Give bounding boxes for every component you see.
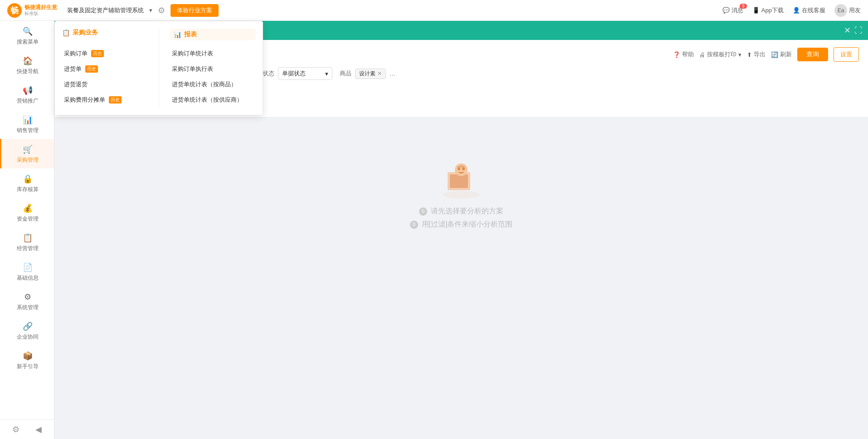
svg-point-5 — [462, 168, 465, 170]
user-button[interactable]: Ea 用友 — [834, 4, 861, 17]
dropdown-col-report: 📊 报表 采购订单统计表 采购订单执行表 进货单统计表（按商品） 进货单统计表（… — [170, 29, 256, 108]
settings-icon[interactable]: ⚙ — [158, 5, 165, 15]
empty-illustration — [434, 154, 488, 199]
print-dropdown-icon: ▾ — [738, 51, 741, 58]
chevron-down-icon: ▾ — [149, 7, 152, 14]
help-icon: ❓ — [673, 51, 680, 58]
sidebar-guide[interactable]: 📦 新手引导 — [0, 345, 54, 375]
sidebar-collab[interactable]: 🔗 企业协同 — [0, 316, 54, 345]
goods-more-icon[interactable]: ... — [390, 69, 395, 78]
guide-icon: 📦 — [23, 351, 33, 361]
tab-actions: ✕ ⛶ — [844, 25, 868, 35]
sidebar: 🔍 搜索菜单 🏠 快捷导航 📢 营销推广 📊 销售管理 🛒 采购管理 🔒 — [0, 21, 54, 439]
header-right: 💬 消息 9 📱 App下载 👤 在线客服 Ea 用友 — [722, 4, 861, 17]
goods-tag-close[interactable]: ✕ — [377, 70, 382, 77]
business-icon: 📋 — [23, 233, 33, 243]
online-service-button[interactable]: 👤 在线客服 — [793, 6, 825, 15]
logo-icon: 畅 — [7, 3, 22, 18]
dropdown-divider — [159, 29, 159, 108]
logo-title: 畅捷通好生意 — [24, 4, 57, 10]
purchase-order-stat-label: 采购订单统计表 — [172, 49, 213, 58]
inventory-icon: 🔒 — [23, 174, 33, 184]
finance-icon: 💰 — [23, 203, 33, 213]
sidebar-inventory[interactable]: 🔒 库存核算 — [0, 168, 54, 198]
sidebar-nav-item[interactable]: 🏠 快捷导航 — [0, 50, 54, 80]
status-select[interactable]: 单据状态 ▾ — [278, 67, 332, 80]
menu-incoming-by-supplier[interactable]: 进货单统计表（按供应商） — [170, 92, 256, 108]
svg-point-4 — [458, 168, 460, 170]
help-button[interactable]: ❓ 帮助 — [673, 50, 694, 59]
industry-button[interactable]: 体验行业方案 — [171, 4, 219, 17]
menu-purchase-order-stat[interactable]: 采购订单统计表 — [170, 46, 256, 61]
menu-incoming[interactable]: 进货单 历史 — [62, 61, 148, 77]
status-value: 单据状态 — [282, 69, 306, 78]
sidebar-business[interactable]: 📋 经营管理 — [0, 227, 54, 257]
export-icon: ⬆ — [747, 51, 752, 58]
sidebar-nav: 🔍 搜索菜单 🏠 快捷导航 📢 营销推广 📊 销售管理 🛒 采购管理 🔒 — [0, 21, 54, 375]
status-dropdown-icon: ▾ — [325, 70, 328, 77]
sidebar-item-label: 搜索菜单 — [17, 38, 39, 46]
goods-label: 商品 — [340, 69, 351, 78]
settings-button[interactable]: 设置 — [834, 47, 859, 62]
header-left: 畅 畅捷通好生意 标准版 装餐及固定资产辅助管理系统 ▾ ⚙ 体验行业方案 — [7, 3, 219, 18]
svg-rect-2 — [450, 174, 468, 188]
sidebar-collapse-icon[interactable]: ◀ — [35, 424, 42, 434]
sidebar-item-label: 经营管理 — [17, 245, 39, 252]
purchase-dropdown-menu: 📋 采购业务 采购订单 历史 进货单 历史 进货退货 采购费用分摊单 历史 📊 … — [54, 21, 263, 115]
export-button[interactable]: ⬆ 导出 — [747, 50, 766, 59]
incoming-label: 进货单 — [64, 65, 82, 73]
step-2-num: ② — [410, 221, 418, 229]
fullscreen-icon[interactable]: ⛶ — [854, 26, 863, 35]
purchase-order-label: 采购订单 — [64, 49, 88, 58]
incoming-by-goods-label: 进货单统计表（按商品） — [172, 80, 237, 89]
messages-button[interactable]: 💬 消息 9 — [722, 6, 743, 15]
logo-area: 畅 畅捷通好生意 标准版 — [7, 3, 62, 18]
menu-incoming-by-goods[interactable]: 进货单统计表（按商品） — [170, 77, 256, 92]
print-button[interactable]: 🖨 按模板打印 ▾ — [699, 50, 741, 59]
sidebar-sales[interactable]: 📊 销售管理 — [0, 109, 54, 139]
incoming-by-supplier-label: 进货单统计表（按供应商） — [172, 96, 243, 104]
avatar: Ea — [834, 4, 847, 17]
report-icon: 📊 — [174, 31, 181, 38]
refresh-button[interactable]: 🔄 刷新 — [771, 50, 792, 59]
goods-tag: 设计素 ✕ — [355, 69, 386, 79]
empty-state: ① 请先选择要分析的方案 ② 用[过滤]条件来缩小分析范围 — [54, 118, 868, 269]
sidebar-item-label: 企业协同 — [17, 333, 39, 341]
dropdown-col-purchase: 📋 采购业务 采购订单 历史 进货单 历史 进货退货 采购费用分摊单 历史 — [62, 29, 148, 108]
empty-step-2: ② 用[过滤]条件来缩小分析范围 — [410, 220, 513, 229]
sidebar-basic[interactable]: 📄 基础信息 — [0, 257, 54, 286]
sidebar-finance[interactable]: 💰 资金管理 — [0, 198, 54, 227]
sidebar-item-label: 库存核算 — [17, 186, 39, 193]
close-tab-icon[interactable]: ✕ — [844, 25, 851, 35]
menu-incoming-return[interactable]: 进货退货 — [62, 77, 148, 92]
menu-purchase-expense[interactable]: 采购费用分摊单 历史 — [62, 92, 148, 108]
sidebar-item-label: 系统管理 — [17, 304, 39, 311]
purchase-expense-label: 采购费用分摊单 — [64, 96, 105, 104]
sidebar-search[interactable]: 🔍 搜索菜单 — [0, 21, 54, 50]
sidebar-marketing[interactable]: 📢 营销推广 — [0, 80, 54, 109]
purchase-order-badge: 历史 — [91, 50, 104, 57]
sidebar-system[interactable]: ⚙ 系统管理 — [0, 286, 54, 316]
query-button[interactable]: 查询 — [797, 48, 828, 61]
logo-text: 畅捷通好生意 标准版 — [24, 4, 57, 16]
header: 畅 畅捷通好生意 标准版 装餐及固定资产辅助管理系统 ▾ ⚙ 体验行业方案 💬 … — [0, 0, 868, 21]
purchase-order-exec-label: 采购订单执行表 — [172, 65, 213, 73]
dropdown-col-purchase-title: 📋 采购业务 — [62, 29, 148, 40]
system-dropdown[interactable]: ▾ — [149, 7, 152, 14]
service-icon: 👤 — [793, 7, 800, 14]
sidebar-item-label: 快捷导航 — [17, 68, 39, 75]
search-icon: 🔍 — [23, 26, 33, 36]
sidebar-item-label: 采购管理 — [17, 156, 39, 164]
sidebar-settings-icon[interactable]: ⚙ — [12, 424, 20, 434]
message-icon: 💬 — [722, 7, 730, 14]
dropdown-col-report-title: 📊 报表 — [170, 29, 256, 40]
home-icon: 🏠 — [23, 56, 33, 66]
goods-filter: 商品 设计素 ✕ ... — [340, 69, 395, 79]
menu-purchase-order-exec[interactable]: 采购订单执行表 — [170, 61, 256, 77]
menu-purchase-order[interactable]: 采购订单 历史 — [62, 46, 148, 61]
step-1-num: ① — [419, 207, 427, 216]
app-download-button[interactable]: 📱 App下载 — [752, 6, 784, 15]
logo-subtitle: 标准版 — [24, 11, 57, 16]
sidebar-purchase[interactable]: 🛒 采购管理 — [0, 139, 54, 168]
collab-icon: 🔗 — [23, 321, 33, 331]
